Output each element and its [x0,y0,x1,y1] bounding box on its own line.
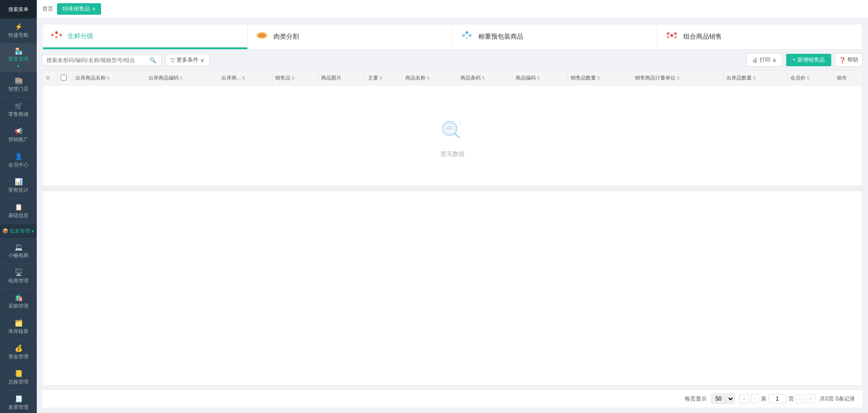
th-out-goods-name[interactable]: 出库商品名称 ⇅ [72,71,145,86]
sidebar-item-basic-info[interactable]: 📋 基础信息 [0,199,37,224]
content-area: 生鲜分级 肉类分割 [37,18,868,413]
th-label: 销售品 [275,75,290,81]
home-breadcrumb[interactable]: 首页 [42,5,53,13]
purchase-mgmt-icon: 🛍️ [15,294,23,301]
select-all-checkbox[interactable] [61,75,67,80]
smart-store-icon: 🏬 [15,77,23,84]
sidebar-item-sales-promo[interactable]: 📢 营销推广 [0,123,37,148]
print-icon: 🖨 [752,57,758,63]
basic-info-icon: 📋 [15,203,23,211]
th-out-qty[interactable]: 出库品数量 ⇅ [723,71,788,86]
fresh-grade-title: 生鲜分级 [68,32,93,40]
sidebar-item-mini-ecom[interactable]: 💻 小畅电商 [0,239,37,264]
svg-point-7 [465,31,468,34]
svg-point-0 [51,34,54,36]
combo-sales-icon [665,30,679,43]
close-tab-icon[interactable]: ✕ [92,6,96,11]
sidebar-item-wholesale-mgmt[interactable]: 📦 批发管理 ▼ [0,224,37,239]
sidebar-item-fund-mgmt[interactable]: 💰 资金管理 [0,340,37,365]
sidebar-item-retail-mall[interactable]: 🛒 零售商城 [0,98,37,123]
per-page-select[interactable]: 50 10 20 100 [711,394,735,404]
sort-icon: ⇅ [482,76,485,80]
filter-button[interactable]: ▽ 更多条件 ∨ [165,54,210,66]
th-goods-image: 商品图片 [318,71,365,86]
help-button[interactable]: ❓ 帮助 [835,53,862,67]
svg-point-22 [459,122,460,123]
tab-card-weigh-pack[interactable]: 称重预包装商品 [453,24,658,49]
sidebar-item-general-ledger[interactable]: 📒 总账管理 [0,365,37,390]
th-settings[interactable]: ⚙ [43,71,57,86]
th-main-unit[interactable]: 主量 ⇅ [365,71,403,86]
tab-card-combo-sales[interactable]: 组合商品销售 [658,24,862,49]
th-goods-barcode[interactable]: 商品条码 ⇅ [458,71,513,86]
page-nav: « ‹ 第 页 › » [739,394,815,403]
sort-icon: ⇅ [597,76,601,80]
prev-page-button[interactable]: ‹ [751,394,759,403]
sort-icon: ⇅ [806,76,810,80]
help-icon: ❓ [839,57,846,63]
sidebar-item-ecom-mgmt[interactable]: 🖥️ 电商管理 [0,264,37,289]
svg-point-10 [667,32,669,35]
current-tab[interactable]: 特殊销售品 ✕ [57,3,101,15]
sidebar-item-purchase-mgmt[interactable]: 🛍️ 采购管理 [0,289,37,315]
tab-cards: 生鲜分级 肉类分割 [42,24,862,50]
sidebar-item-label: 营销推广 [8,136,28,143]
search-input[interactable] [46,57,148,63]
th-member-price[interactable]: 会员价 ⇅ [788,71,834,86]
add-sales-button[interactable]: + 新增销售品 [786,54,831,66]
th-checkbox[interactable] [57,71,72,86]
fresh-grade-icon [50,30,63,43]
tab-card-meat-cut[interactable]: 肉类分割 [248,24,453,49]
sidebar-item-label: 零售统计 [8,187,28,194]
first-page-button[interactable]: « [739,394,749,403]
svg-point-14 [670,34,673,37]
sidebar-item-retail-stats[interactable]: 📊 零售统计 [0,173,37,199]
th-sales-unit[interactable]: 销售商品计量单位 ⇅ [632,71,723,86]
sort-icon: ⇅ [180,76,183,80]
th-label: 操作 [837,75,847,80]
ecom-mgmt-icon: 🖥️ [15,269,23,276]
th-sales-goods[interactable]: 销售品 ⇅ [272,71,318,86]
sidebar-item-retail-mgmt[interactable]: 🏪 零售管理 ▲ [0,44,37,72]
page-input[interactable] [768,394,787,403]
sidebar-item-label: 小畅电商 [8,252,28,259]
print-chevron-icon: ∨ [772,57,777,63]
wholesale-mgmt-icon: 📦 [2,228,9,234]
th-label: 销售品数量 [571,75,596,81]
table-body: 暂无数据 [43,86,862,186]
last-page-button[interactable]: » [806,394,816,403]
sort-icon: ⇅ [537,76,540,80]
sidebar-item-label: 基础信息 [8,212,28,219]
table-header-row: ⚙ 出库商品名称 ⇅ 出库商 [43,71,862,86]
th-out-goods-more[interactable]: 出库商... ⇅ [219,71,272,86]
toolbar-left: 🔍 ▽ 更多条件 ∨ [42,54,210,66]
fund-mgmt-icon: 💰 [15,344,23,352]
sort-icon: ⇅ [753,76,756,80]
th-goods-code[interactable]: 商品编码 ⇅ [513,71,568,86]
print-button[interactable]: 🖨 打印 ∨ [746,53,783,67]
next-page-button[interactable]: › [796,394,804,403]
help-label: 帮助 [847,56,858,64]
search-box[interactable]: 🔍 [42,55,162,66]
svg-point-12 [667,36,669,39]
filter-chevron-icon: ∨ [200,57,204,63]
horizontal-scrollbar[interactable] [43,186,862,191]
tab-card-fresh-grade[interactable]: 生鲜分级 [43,24,248,49]
th-label: 出库商品名称 [75,75,106,81]
th-label: 商品图片 [321,75,341,80]
sidebar-logo[interactable]: 搜索菜单 [0,0,37,18]
th-operation: 操作 [834,71,862,86]
sidebar-item-quick-nav[interactable]: ⚡ 快捷导航 [0,18,37,44]
sales-promo-icon: 📢 [15,127,23,135]
th-label: 商品名称 [405,75,425,81]
th-out-goods-code[interactable]: 出库商品编码 ⇅ [145,71,218,86]
sidebar-item-member-center[interactable]: 👤 会员中心 [0,148,37,173]
sidebar-item-smart-store[interactable]: 🏬 智慧门店 [0,72,37,98]
th-label: 主量 [368,75,378,81]
th-sales-qty[interactable]: 销售品数量 ⇅ [568,71,632,86]
sidebar-item-invoice-mgmt[interactable]: 🧾 发票管理 [0,390,37,413]
mini-ecom-icon: 💻 [15,243,23,251]
gear-icon[interactable]: ⚙ [45,75,50,80]
th-goods-name[interactable]: 商品名称 ⇅ [403,71,458,86]
sidebar-item-inventory-check[interactable]: 🗂️ 库存核算 [0,315,37,340]
